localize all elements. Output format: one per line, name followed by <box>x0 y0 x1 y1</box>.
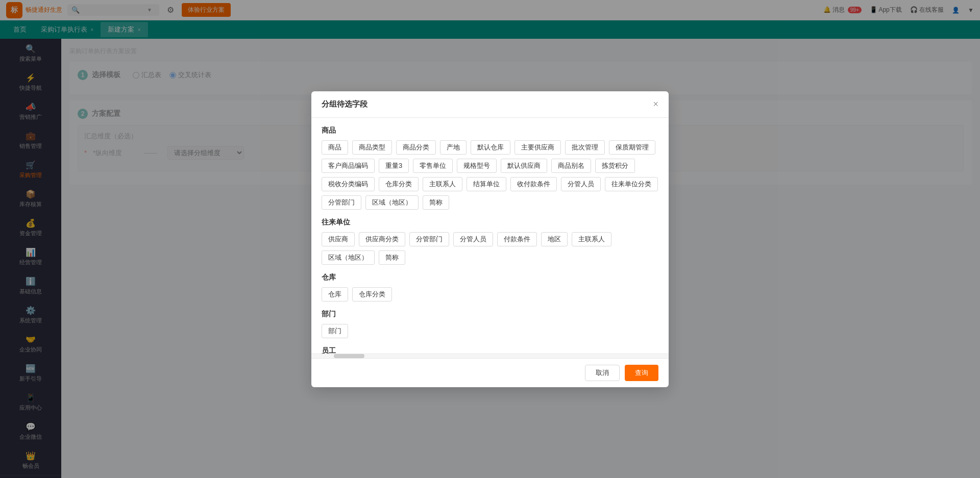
field-tag[interactable]: 商品 <box>322 140 348 155</box>
field-tag[interactable]: 产地 <box>440 140 467 155</box>
field-tag[interactable]: 供应商分类 <box>359 232 405 246</box>
confirm-button[interactable]: 查询 <box>625 365 658 381</box>
field-tag[interactable]: 主联系人 <box>423 177 462 191</box>
section-dept: 部门 部门 <box>322 310 658 338</box>
field-tag[interactable]: 供应商 <box>322 232 355 246</box>
field-tag[interactable]: 商品类型 <box>352 140 392 155</box>
field-tag[interactable]: 税收分类编码 <box>322 177 375 191</box>
section-employee: 员工 业务员 <box>322 346 658 354</box>
modal-header: 分组待选字段 × <box>311 91 669 118</box>
field-tag[interactable]: 重量3 <box>379 159 409 173</box>
field-tag[interactable]: 主联系人 <box>572 232 611 246</box>
field-tag[interactable]: 仓库分类 <box>379 177 419 191</box>
section-employee-title: 员工 <box>322 346 658 354</box>
section-product-fields: 商品商品类型商品分类产地默认仓库主要供应商批次管理保质期管理客户商品编码重量3零… <box>322 140 658 210</box>
field-tag[interactable]: 分管人员 <box>453 232 493 246</box>
field-tag[interactable]: 规格型号 <box>457 159 497 173</box>
modal-body[interactable]: 商品 商品商品类型商品分类产地默认仓库主要供应商批次管理保质期管理客户商品编码重… <box>311 118 669 354</box>
modal-close-button[interactable]: × <box>653 99 658 109</box>
field-tag[interactable]: 默认供应商 <box>501 159 547 173</box>
section-product: 商品 商品商品类型商品分类产地默认仓库主要供应商批次管理保质期管理客户商品编码重… <box>322 126 658 210</box>
field-tag[interactable]: 商品分类 <box>396 140 436 155</box>
field-tag[interactable]: 主要供应商 <box>514 140 561 155</box>
modal-title: 分组待选字段 <box>322 99 368 109</box>
hscroll-thumb[interactable] <box>334 354 364 358</box>
field-tag[interactable]: 收付款条件 <box>510 177 557 191</box>
modal-footer: 取消 查询 <box>311 358 669 387</box>
field-tag[interactable]: 简称 <box>423 195 449 210</box>
section-dept-fields: 部门 <box>322 324 658 338</box>
field-tag[interactable]: 部门 <box>322 324 348 338</box>
field-tag[interactable]: 付款条件 <box>497 232 537 246</box>
modal-hscroll[interactable] <box>311 354 669 358</box>
section-warehouse-fields: 仓库仓库分类 <box>322 287 658 301</box>
section-partner-title: 往来单位 <box>322 218 658 227</box>
section-partner-fields: 供应商供应商分类分管部门分管人员付款条件地区主联系人区域（地区）简称 <box>322 232 658 265</box>
field-tag[interactable]: 客户商品编码 <box>322 159 375 173</box>
field-tag[interactable]: 区域（地区） <box>365 195 419 210</box>
field-tag[interactable]: 分管部门 <box>322 195 361 210</box>
field-tag[interactable]: 批次管理 <box>565 140 605 155</box>
field-tag[interactable]: 往来单位分类 <box>605 177 658 191</box>
field-tag[interactable]: 简称 <box>379 250 405 265</box>
field-tag[interactable]: 区域（地区） <box>322 250 375 265</box>
cancel-button[interactable]: 取消 <box>585 365 620 381</box>
field-tag[interactable]: 仓库分类 <box>352 287 392 301</box>
section-warehouse-title: 仓库 <box>322 273 658 282</box>
field-tag[interactable]: 商品别名 <box>551 159 591 173</box>
field-tag[interactable]: 分管人员 <box>561 177 601 191</box>
field-tag[interactable]: 默认仓库 <box>471 140 510 155</box>
field-tag[interactable]: 仓库 <box>322 287 348 301</box>
field-tag[interactable]: 保质期管理 <box>609 140 655 155</box>
field-tag[interactable]: 结算单位 <box>467 177 506 191</box>
field-tag[interactable]: 拣货积分 <box>595 159 635 173</box>
field-select-modal: 分组待选字段 × 商品 商品商品类型商品分类产地默认仓库主要供应商批次管理保质期… <box>311 91 669 387</box>
modal-overlay: 分组待选字段 × 商品 商品商品类型商品分类产地默认仓库主要供应商批次管理保质期… <box>0 0 980 478</box>
section-warehouse: 仓库 仓库仓库分类 <box>322 273 658 301</box>
section-partner: 往来单位 供应商供应商分类分管部门分管人员付款条件地区主联系人区域（地区）简称 <box>322 218 658 265</box>
field-tag[interactable]: 零售单位 <box>413 159 453 173</box>
section-dept-title: 部门 <box>322 310 658 319</box>
section-product-title: 商品 <box>322 126 658 135</box>
field-tag[interactable]: 地区 <box>541 232 568 246</box>
field-tag[interactable]: 分管部门 <box>409 232 449 246</box>
